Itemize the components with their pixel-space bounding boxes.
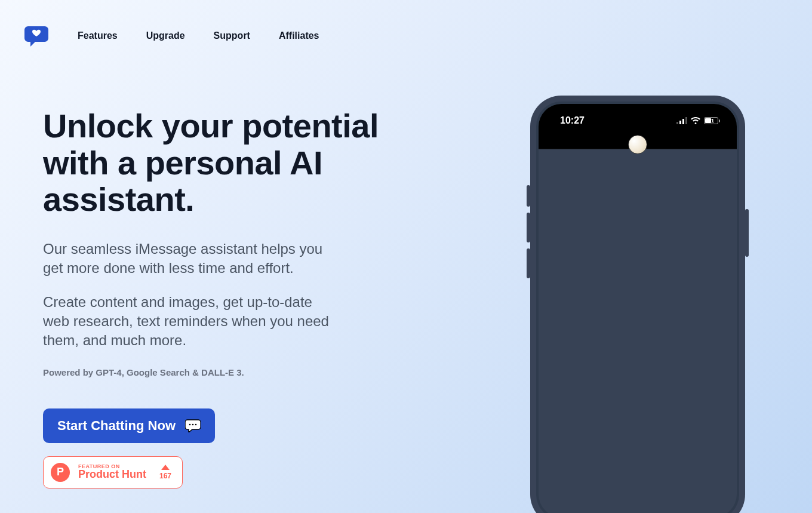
svg-point-0 bbox=[189, 423, 191, 425]
chat-bubble-icon bbox=[185, 419, 201, 432]
phone-mockup: 10:27 bbox=[530, 96, 745, 513]
upvote-icon bbox=[161, 465, 170, 470]
svg-rect-5 bbox=[682, 119, 684, 124]
signal-icon bbox=[676, 117, 687, 124]
nav-affiliates[interactable]: Affiliates bbox=[279, 30, 319, 41]
phone-time: 10:27 bbox=[560, 115, 585, 126]
chat-avatar bbox=[628, 135, 647, 154]
battery-icon: 41 bbox=[704, 117, 720, 124]
ph-vote-count: 167 bbox=[159, 472, 171, 480]
svg-rect-3 bbox=[676, 122, 678, 124]
phone-notch bbox=[602, 111, 673, 129]
cta-label: Start Chatting Now bbox=[57, 418, 176, 434]
main-nav: Features Upgrade Support Affiliates bbox=[78, 30, 319, 41]
product-hunt-icon: P bbox=[51, 463, 70, 482]
svg-rect-4 bbox=[679, 121, 681, 124]
nav-support[interactable]: Support bbox=[214, 30, 250, 41]
svg-point-2 bbox=[195, 423, 197, 425]
hero-subtitle-1: Our seamless iMessage assistant helps yo… bbox=[43, 239, 342, 278]
nav-upgrade[interactable]: Upgrade bbox=[146, 30, 185, 41]
svg-rect-6 bbox=[685, 117, 687, 124]
nav-features[interactable]: Features bbox=[78, 30, 118, 41]
product-hunt-badge[interactable]: P FEATURED ON Product Hunt 167 bbox=[43, 456, 183, 489]
logo-icon bbox=[24, 24, 49, 48]
powered-by: Powered by GPT-4, Google Search & DALL-E… bbox=[43, 367, 418, 377]
hero-subtitle-2: Create content and images, get up-to-dat… bbox=[43, 293, 342, 351]
svg-point-1 bbox=[192, 423, 194, 425]
page-title: Unlock your potential with a personal AI… bbox=[43, 107, 418, 218]
wifi-icon bbox=[691, 117, 700, 124]
start-chatting-button[interactable]: Start Chatting Now bbox=[43, 408, 215, 443]
ph-name: Product Hunt bbox=[78, 468, 146, 481]
